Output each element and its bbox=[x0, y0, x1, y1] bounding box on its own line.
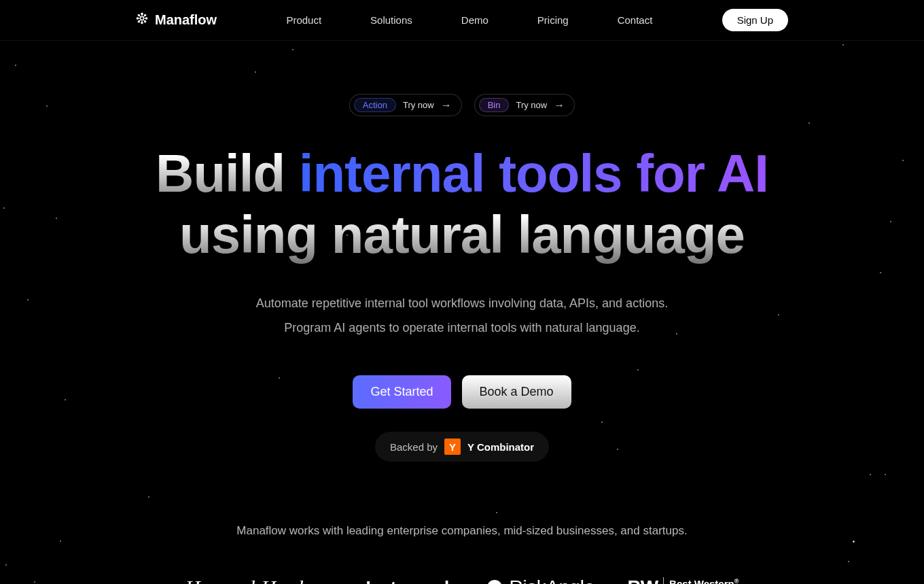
svg-point-6 bbox=[145, 14, 146, 16]
logo-riskangle: RiskAngle bbox=[487, 577, 594, 584]
pill-bin[interactable]: Bin Try now → bbox=[474, 94, 575, 116]
hero-line1a: Build bbox=[156, 143, 299, 203]
svg-line-15 bbox=[139, 20, 141, 21]
svg-point-7 bbox=[138, 21, 139, 22]
divider-icon bbox=[663, 577, 664, 584]
pill-bin-tag: Bin bbox=[479, 98, 510, 112]
svg-point-2 bbox=[141, 22, 143, 23]
hero-sub-l1: Automate repetitive internal tool workfl… bbox=[0, 291, 924, 315]
arrow-right-icon: → bbox=[554, 99, 565, 111]
circle-icon bbox=[487, 580, 502, 584]
pill-action-label: Try now bbox=[403, 100, 434, 110]
logo-riskangle-text: RiskAngle bbox=[509, 577, 594, 584]
backed-name: Y Combinator bbox=[467, 441, 534, 453]
backed-by-badge[interactable]: Backed by Y Y Combinator bbox=[375, 432, 549, 462]
arrow-right-icon: → bbox=[441, 99, 452, 111]
svg-point-0 bbox=[141, 17, 144, 20]
svg-line-16 bbox=[143, 20, 145, 21]
yc-icon: Y bbox=[444, 439, 461, 455]
logo-howard-hughes: Howard Hughes. bbox=[185, 576, 334, 584]
logo-instacoach: Instacoach bbox=[366, 577, 455, 584]
svg-line-14 bbox=[143, 16, 145, 17]
signup-button[interactable]: Sign Up bbox=[722, 9, 788, 31]
companies-lead: Manaflow works with leading enterprise c… bbox=[0, 524, 924, 538]
backed-prefix: Backed by bbox=[390, 441, 438, 453]
nav-product[interactable]: Product bbox=[286, 14, 321, 26]
main-nav: Product Solutions Demo Pricing Contact bbox=[217, 14, 722, 26]
hero-line2: using natural language bbox=[179, 205, 745, 264]
pill-bin-label: Try now bbox=[516, 100, 547, 110]
hero-subtitle: Automate repetitive internal tool workfl… bbox=[0, 291, 924, 340]
logo-bw-mark: BW bbox=[627, 577, 658, 584]
pill-action[interactable]: Action Try now → bbox=[349, 94, 462, 116]
svg-point-4 bbox=[145, 18, 147, 19]
nav-solutions[interactable]: Solutions bbox=[370, 14, 412, 26]
get-started-button[interactable]: Get Started bbox=[353, 375, 450, 409]
svg-point-8 bbox=[145, 21, 146, 22]
pill-action-tag: Action bbox=[354, 98, 396, 112]
nav-demo[interactable]: Demo bbox=[461, 14, 488, 26]
svg-point-3 bbox=[137, 18, 138, 19]
announcement-pills: Action Try now → Bin Try now → bbox=[0, 94, 924, 116]
svg-point-5 bbox=[138, 14, 139, 16]
hero-sub-l2: Program AI agents to operate internal to… bbox=[0, 315, 924, 340]
svg-line-13 bbox=[139, 16, 141, 17]
brand-name: Manaflow bbox=[155, 12, 217, 28]
cta-row: Get Started Book a Demo bbox=[0, 375, 924, 409]
brand[interactable]: Manaflow bbox=[136, 12, 217, 28]
hero-line1b: internal tools for AI bbox=[299, 143, 768, 203]
nav-contact[interactable]: Contact bbox=[618, 14, 653, 26]
hero-headline: Build internal tools for AI using natura… bbox=[0, 143, 924, 265]
company-logos: Howard Hughes. Instacoach RiskAngle BW B… bbox=[0, 576, 924, 584]
brand-icon bbox=[136, 12, 148, 28]
nav-pricing[interactable]: Pricing bbox=[537, 14, 569, 26]
header: Manaflow Product Solutions Demo Pricing … bbox=[0, 0, 924, 41]
logo-best-western: BW Best Western® Hotels & Resorts bbox=[627, 577, 739, 584]
svg-point-1 bbox=[141, 13, 143, 14]
logo-bw-name: Best Western bbox=[669, 578, 734, 584]
book-demo-button[interactable]: Book a Demo bbox=[462, 375, 571, 409]
registered-icon: ® bbox=[734, 578, 739, 584]
